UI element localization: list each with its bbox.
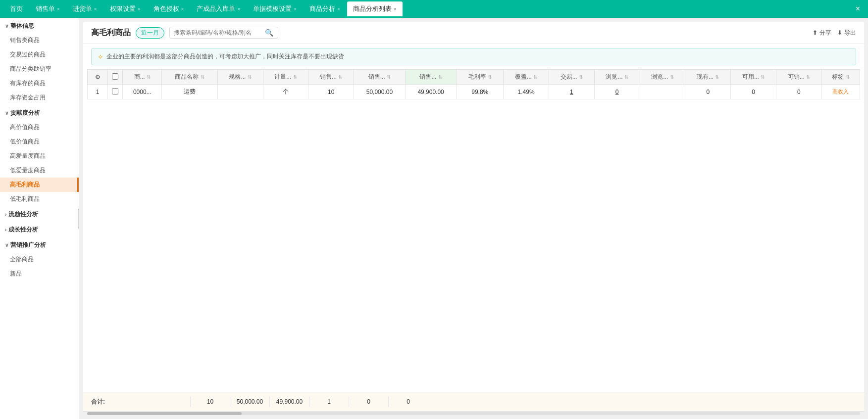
export-btn[interactable]: ⬇ 导出	[837, 29, 856, 37]
sort-browse2-icon[interactable]: ⇅	[670, 74, 674, 80]
sort-coverage-icon[interactable]: ⇅	[533, 74, 537, 80]
row-browse1: 0	[594, 85, 640, 99]
th-code[interactable]: 商... ⇅	[123, 70, 162, 85]
sort-trades-icon[interactable]: ⇅	[579, 74, 583, 80]
row-name: 运费	[162, 85, 217, 99]
table-header-row: ⚙ 商... ⇅ 商品名称 ⇅	[88, 70, 860, 85]
search-input[interactable]	[174, 29, 263, 36]
nav-roles[interactable]: 角色授权 ×	[148, 1, 190, 16]
scrollbar-track[interactable]	[87, 412, 860, 415]
th-trades[interactable]: 交易... ⇅	[549, 70, 594, 85]
sort-browse1-icon[interactable]: ⇅	[624, 74, 628, 80]
th-unit[interactable]: 计量... ⇅	[263, 70, 308, 85]
search-icon[interactable]: 🔍	[265, 29, 273, 37]
sidebar-group-trend-title[interactable]: › 流趋性分析	[0, 206, 79, 222]
content-header: 高毛利商品 近一月 🔍 ⬆ 分享 ⬇ 导出	[83, 22, 864, 44]
sidebar-item-stock-capital[interactable]: 库存资金占用	[0, 91, 79, 105]
nav-analysis[interactable]: 商品分析 ×	[304, 1, 346, 16]
sort-spec-icon[interactable]: ⇅	[248, 74, 252, 80]
sidebar-collapse-btn[interactable]: «	[78, 209, 79, 229]
nav-sales[interactable]: 销售单 ×	[30, 1, 66, 16]
sort-tag-icon[interactable]: ⇅	[846, 74, 850, 80]
close-sales-tab[interactable]: ×	[57, 6, 60, 12]
nav-template[interactable]: 单据模板设置 ×	[247, 1, 303, 16]
sidebar-group-contribution-title[interactable]: ∨ 贡献度分析	[0, 105, 79, 120]
close-template-tab[interactable]: ×	[294, 6, 297, 12]
sidebar-item-new-goods[interactable]: 新品	[0, 267, 79, 281]
sidebar-item-traded-goods[interactable]: 交易过的商品	[0, 47, 79, 62]
th-sales-amt2[interactable]: 销售... ⇅	[405, 70, 457, 85]
sort-name-icon[interactable]: ⇅	[201, 74, 204, 80]
sidebar-item-low-margin[interactable]: 低毛利商品	[0, 192, 79, 206]
row-select-checkbox[interactable]	[112, 88, 118, 94]
close-all-btn[interactable]: ×	[852, 2, 864, 15]
sort-sales-amt2-icon[interactable]: ⇅	[438, 74, 442, 80]
sort-unit-icon[interactable]: ⇅	[293, 74, 297, 80]
row-unit: 个	[263, 85, 308, 99]
select-all-checkbox[interactable]	[112, 73, 118, 80]
row-checkbox	[108, 85, 123, 99]
sidebar-item-sales-goods[interactable]: 销售类商品	[0, 33, 79, 47]
sort-code-icon[interactable]: ⇅	[147, 74, 151, 80]
horizontal-scrollbar	[83, 411, 864, 415]
arrow-icon3: ›	[5, 212, 6, 217]
close-analysis-tab[interactable]: ×	[337, 6, 340, 12]
sidebar-group-marketing-title[interactable]: ∨ 营销推广分析	[0, 237, 79, 252]
sidebar-item-high-love[interactable]: 高爱量度商品	[0, 149, 79, 163]
th-name[interactable]: 商品名称 ⇅	[162, 70, 217, 85]
nav-permissions[interactable]: 权限设置 ×	[104, 1, 147, 16]
sidebar-item-category-rate[interactable]: 商品分类助销率	[0, 62, 79, 76]
row-stock1: 0	[685, 85, 731, 99]
th-stock3[interactable]: 可销... ⇅	[776, 70, 822, 85]
sidebar-item-low-love[interactable]: 低爱量度商品	[0, 163, 79, 178]
sidebar-item-all-goods[interactable]: 全部商品	[0, 252, 79, 267]
close-roles-tab[interactable]: ×	[181, 6, 184, 12]
th-tag[interactable]: 标签 ⇅	[821, 70, 860, 85]
scrollbar-thumb[interactable]	[87, 412, 242, 415]
close-permissions-tab[interactable]: ×	[138, 6, 141, 12]
trades-link[interactable]: 1	[570, 89, 573, 95]
share-btn[interactable]: ⬆ 分享	[813, 29, 831, 37]
sidebar-item-high-margin[interactable]: 高毛利商品	[0, 178, 79, 192]
nav-warehouse[interactable]: 产成品入库单 ×	[191, 1, 246, 16]
row-tag: 高收入	[821, 85, 860, 99]
close-warehouse-tab[interactable]: ×	[237, 6, 240, 12]
th-sales-amt[interactable]: 销售... ⇅	[354, 70, 406, 85]
footer-sales-qty: 10	[190, 396, 230, 407]
th-spec[interactable]: 规格... ⇅	[217, 70, 263, 85]
th-settings[interactable]: ⚙	[88, 70, 108, 85]
table-row: 1 0000... 运费 个 10 50,000.00 49,900.00	[88, 85, 860, 99]
sort-stock1-icon[interactable]: ⇅	[715, 74, 719, 80]
filter-recent-month-btn[interactable]: 近一月	[136, 27, 164, 39]
sort-stock3-icon[interactable]: ⇅	[806, 74, 810, 80]
nav-home[interactable]: 首页	[4, 1, 29, 16]
row-sales-qty: 10	[308, 85, 354, 99]
th-sales-qty[interactable]: 销售... ⇅	[308, 70, 354, 85]
page-title: 高毛利商品	[91, 28, 131, 38]
sort-sales-qty-icon[interactable]: ⇅	[338, 74, 342, 80]
sort-stock2-icon[interactable]: ⇅	[761, 74, 765, 80]
footer-trades: 1	[309, 396, 349, 407]
sort-sales-amt-icon[interactable]: ⇅	[387, 74, 391, 80]
close-purchase-tab[interactable]: ×	[94, 6, 97, 12]
th-coverage[interactable]: 覆盖... ⇅	[504, 70, 549, 85]
sidebar-item-in-stock[interactable]: 有库存的商品	[0, 76, 79, 91]
th-stock2[interactable]: 可用... ⇅	[731, 70, 776, 85]
th-browse2[interactable]: 浏览... ⇅	[640, 70, 685, 85]
th-gross-rate[interactable]: 毛利率 ⇅	[457, 70, 504, 85]
export-icon: ⬇	[837, 29, 842, 36]
footer-label: 合计:	[91, 398, 190, 406]
sidebar-group-growth-title[interactable]: › 成长性分析	[0, 222, 79, 237]
sidebar-item-low-value[interactable]: 低价值商品	[0, 135, 79, 149]
close-analysis-list-tab[interactable]: ×	[394, 6, 397, 12]
th-browse1[interactable]: 浏览... ⇅	[594, 70, 640, 85]
nav-purchase[interactable]: 进货单 ×	[67, 1, 103, 16]
browse1-link[interactable]: 0	[615, 89, 619, 95]
sidebar-item-high-value[interactable]: 高价值商品	[0, 120, 79, 135]
nav-analysis-list[interactable]: 商品分析列表 ×	[347, 1, 403, 16]
table-container: ⚙ 商... ⇅ 商品名称 ⇅	[83, 69, 864, 392]
sort-gross-rate-icon[interactable]: ⇅	[488, 74, 492, 80]
th-stock1[interactable]: 现有... ⇅	[685, 70, 731, 85]
sidebar-group-general-title[interactable]: ∨ 整体信息	[0, 18, 79, 33]
footer-stock2: 0	[388, 396, 428, 407]
